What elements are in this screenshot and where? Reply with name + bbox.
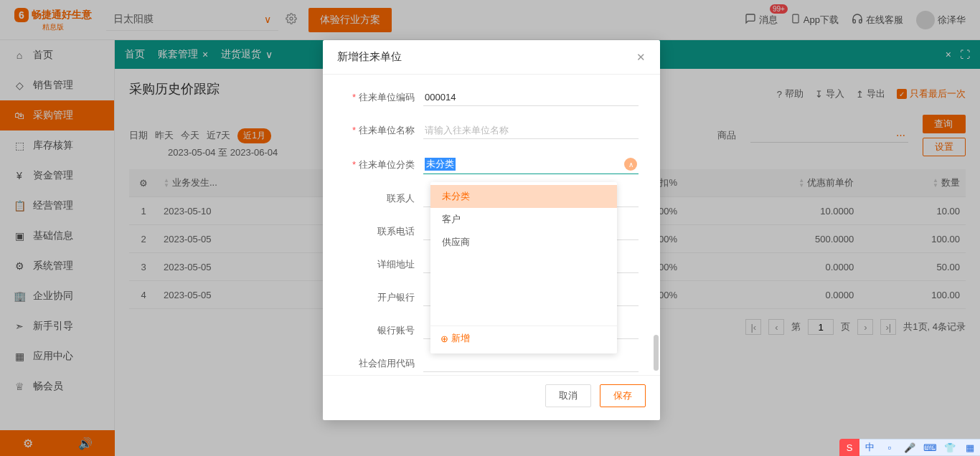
modal-footer: 取消 保存 <box>323 375 660 420</box>
dropdown-option[interactable]: 未分类 <box>430 185 617 208</box>
cancel-button[interactable]: 取消 <box>545 384 591 407</box>
field-label: 往来单位分类 <box>359 159 415 170</box>
modal-header: 新增往来单位 ✕ <box>323 40 660 75</box>
field-label: 开户银行 <box>377 292 415 303</box>
save-button[interactable]: 保存 <box>600 384 646 407</box>
partner-name-input[interactable] <box>423 122 639 139</box>
ime-keyboard-icon[interactable]: ⌨ <box>920 439 940 456</box>
partner-code-input[interactable] <box>423 89 639 106</box>
field-label: 往来单位名称 <box>359 125 415 136</box>
ime-skin-icon[interactable]: 👕 <box>940 439 960 456</box>
ime-logo-icon[interactable]: S <box>839 439 859 456</box>
partner-category-select[interactable]: 未分类 ∧ <box>423 155 639 174</box>
plus-icon: ⊕ <box>440 333 448 344</box>
category-dropdown: 未分类 客户 供应商 ⊕ 新增 <box>430 182 617 353</box>
select-value: 未分类 <box>425 158 456 171</box>
field-label: 联系电话 <box>377 226 415 237</box>
ime-lang-button[interactable]: 中 <box>859 439 880 456</box>
ime-toolbar: S 中 ▫ 🎤 ⌨ 👕 ▦ <box>839 439 980 456</box>
field-label: 社会信用代码 <box>359 358 415 369</box>
field-label: 详细地址 <box>377 259 415 270</box>
dropdown-add-label: 新增 <box>451 332 470 345</box>
close-icon[interactable]: ✕ <box>636 51 646 64</box>
field-label: 银行账号 <box>377 325 415 336</box>
dropdown-option[interactable]: 客户 <box>430 208 617 231</box>
chevron-up-icon: ∧ <box>624 158 637 171</box>
ime-punct-icon[interactable]: ▫ <box>880 439 900 456</box>
field-label: 往来单位编码 <box>359 92 415 103</box>
ime-mic-icon[interactable]: 🎤 <box>900 439 920 456</box>
dropdown-option[interactable]: 供应商 <box>430 231 617 254</box>
modal-title: 新增往来单位 <box>337 50 402 64</box>
dropdown-add-button[interactable]: ⊕ 新增 <box>430 326 617 351</box>
ime-toolbox-icon[interactable]: ▦ <box>960 439 980 456</box>
credit-code-input[interactable] <box>423 355 639 372</box>
scrollbar[interactable] <box>654 335 659 371</box>
field-label: 联系人 <box>387 193 415 204</box>
